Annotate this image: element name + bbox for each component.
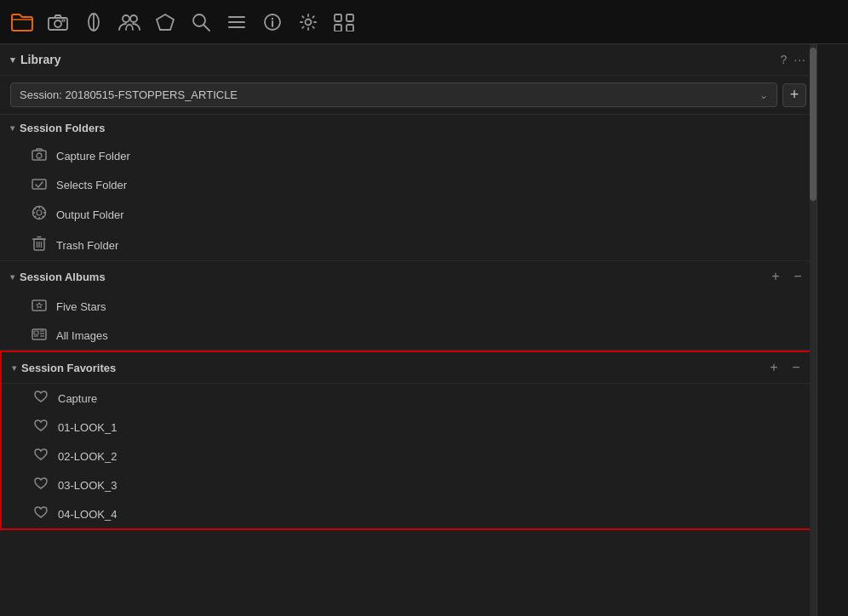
library-help-btn[interactable]: ? xyxy=(781,53,788,66)
svg-rect-18 xyxy=(335,14,341,21)
settings-toolbar-icon[interactable] xyxy=(293,7,324,37)
favorite-look4-label: 04-LOOK_4 xyxy=(58,508,117,521)
svg-line-34 xyxy=(34,216,36,218)
session-favorites-header-left: ▾ Session Favorites xyxy=(12,362,116,374)
dial-toolbar-icon[interactable] xyxy=(78,7,109,37)
svg-rect-44 xyxy=(34,331,38,334)
output-folder-label: Output Folder xyxy=(56,208,124,221)
svg-point-26 xyxy=(37,210,42,215)
session-albums-header[interactable]: ▾ Session Albums + − xyxy=(0,261,816,292)
plugins-toolbar-icon[interactable] xyxy=(329,7,359,37)
svg-rect-21 xyxy=(347,25,353,31)
list-toolbar-icon[interactable] xyxy=(221,7,252,37)
main-content: ▾ Library ? ··· Session: 20180515-FSTOPP… xyxy=(0,44,848,616)
session-selector: Session: 20180515-FSTOPPERS_ARTICLE ⌄ + xyxy=(0,76,816,115)
all-images-item[interactable]: All Images xyxy=(0,321,816,350)
library-header-right: ? ··· xyxy=(781,53,806,66)
svg-point-23 xyxy=(37,153,42,158)
svg-rect-24 xyxy=(32,180,46,189)
session-folders-header[interactable]: ▾ Session Folders xyxy=(0,115,816,141)
favorite-look1-item[interactable]: 01-LOOK_1 xyxy=(2,413,815,442)
trash-folder-label: Trash Folder xyxy=(56,239,118,252)
album-all-icon xyxy=(31,327,48,344)
favorite-capture-item[interactable]: Capture xyxy=(2,384,815,413)
folder-icon[interactable] xyxy=(7,7,37,37)
library-toggle-chevron[interactable]: ▾ xyxy=(10,54,15,66)
favorite-look3-label: 03-LOOK_3 xyxy=(58,479,117,492)
session-albums-add-btn[interactable]: + xyxy=(767,268,784,285)
svg-rect-19 xyxy=(347,14,353,21)
library-more-btn[interactable]: ··· xyxy=(794,53,806,66)
capture-folder-item[interactable]: Capture Folder xyxy=(0,141,816,170)
sidebar: ▾ Library ? ··· Session: 20180515-FSTOPP… xyxy=(0,44,817,616)
session-favorites-section: ▾ Session Favorites + − Captur xyxy=(0,351,816,530)
svg-line-32 xyxy=(43,216,44,218)
toolbar xyxy=(0,0,848,44)
library-header: ▾ Library ? ··· xyxy=(0,44,816,76)
session-add-button[interactable]: + xyxy=(782,83,806,107)
session-albums-toggle: ▾ xyxy=(10,272,14,282)
session-folders-title: Session Folders xyxy=(20,122,105,134)
camera-folder-icon xyxy=(31,147,48,164)
output-folder-item[interactable]: Output Folder xyxy=(0,199,816,230)
svg-line-10 xyxy=(203,25,209,31)
session-favorites-toggle: ▾ xyxy=(12,363,16,373)
svg-line-31 xyxy=(34,208,36,209)
svg-point-6 xyxy=(123,15,129,22)
selects-folder-icon xyxy=(31,176,48,193)
heart-icon-look2 xyxy=(32,448,49,465)
session-albums-minus-btn[interactable]: − xyxy=(789,268,806,285)
selects-folder-item[interactable]: Selects Folder xyxy=(0,170,816,199)
session-favorites-minus-btn[interactable]: − xyxy=(788,359,805,376)
session-favorites-title: Session Favorites xyxy=(21,362,116,374)
session-favorites-header-right: + − xyxy=(765,359,805,376)
session-dropdown[interactable]: Session: 20180515-FSTOPPERS_ARTICLE ⌄ xyxy=(10,83,777,107)
all-images-label: All Images xyxy=(56,329,108,342)
session-value: Session: 20180515-FSTOPPERS_ARTICLE xyxy=(20,88,238,101)
favorite-look1-label: 01-LOOK_1 xyxy=(58,421,117,434)
info-toolbar-icon[interactable] xyxy=(257,7,288,37)
svg-rect-20 xyxy=(335,25,341,31)
people-toolbar-icon[interactable] xyxy=(114,7,145,37)
session-folders-header-left: ▾ Session Folders xyxy=(10,122,105,134)
camera-toolbar-icon[interactable] xyxy=(43,7,73,37)
dropdown-chevron: ⌄ xyxy=(759,89,768,101)
album-star-icon xyxy=(31,298,48,315)
library-header-left: ▾ Library xyxy=(10,53,60,66)
svg-line-33 xyxy=(43,208,44,209)
favorite-look4-item[interactable]: 04-LOOK_4 xyxy=(2,499,815,528)
session-favorites-add-btn[interactable]: + xyxy=(765,359,782,376)
svg-marker-42 xyxy=(37,303,43,309)
svg-point-16 xyxy=(272,17,273,19)
svg-rect-3 xyxy=(62,20,65,21)
favorite-look2-item[interactable]: 02-LOOK_2 xyxy=(2,442,815,471)
session-albums-header-left: ▾ Session Albums xyxy=(10,271,106,283)
capture-folder-label: Capture Folder xyxy=(56,150,130,163)
heart-icon-look1 xyxy=(32,419,49,436)
heart-icon-look3 xyxy=(32,476,49,493)
session-favorites-header[interactable]: ▾ Session Favorites + − xyxy=(2,352,815,384)
output-folder-icon xyxy=(31,205,48,224)
favorite-capture-label: Capture xyxy=(58,392,97,405)
session-folders-toggle: ▾ xyxy=(10,123,14,133)
session-albums-header-right: + − xyxy=(767,268,806,285)
heart-icon-capture xyxy=(32,390,49,407)
heart-icon-look4 xyxy=(32,505,49,522)
mask-toolbar-icon[interactable] xyxy=(150,7,180,37)
library-title: Library xyxy=(20,53,60,66)
svg-marker-8 xyxy=(157,14,174,30)
trash-folder-item[interactable]: Trash Folder xyxy=(0,230,816,260)
favorite-look2-label: 02-LOOK_2 xyxy=(58,450,117,463)
svg-point-17 xyxy=(306,19,312,25)
svg-point-2 xyxy=(54,20,61,27)
five-stars-label: Five Stars xyxy=(56,300,106,313)
session-albums-title: Session Albums xyxy=(20,271,106,283)
sidebar-scroll: ▾ Session Folders Capture Folder xyxy=(0,115,816,616)
five-stars-item[interactable]: Five Stars xyxy=(0,292,816,321)
selects-folder-label: Selects Folder xyxy=(56,179,127,191)
search-toolbar-icon[interactable] xyxy=(186,7,216,37)
favorite-look3-item[interactable]: 03-LOOK_3 xyxy=(2,471,815,499)
trash-folder-icon xyxy=(31,236,48,254)
svg-point-7 xyxy=(130,15,137,22)
